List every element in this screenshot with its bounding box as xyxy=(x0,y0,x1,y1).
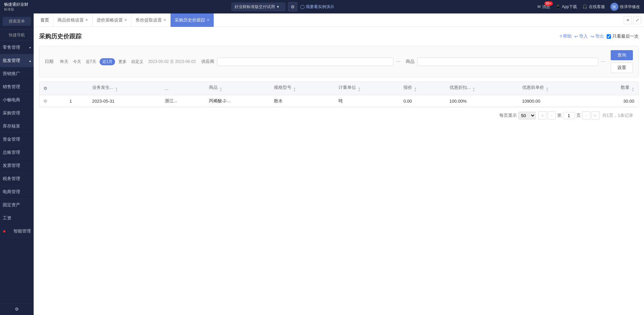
only-last-checkbox[interactable] xyxy=(607,34,611,39)
date-custom-btn[interactable]: 自定义 xyxy=(130,58,145,65)
messages-btn[interactable]: ✉ 消息 99+ xyxy=(537,4,550,10)
tab-price[interactable]: 商品价格设置 ✕ xyxy=(53,13,93,27)
online-service-btn[interactable]: 🎧 在线客服 xyxy=(582,4,605,10)
export-label: 导出 xyxy=(595,33,604,39)
tab-home[interactable]: 首页 xyxy=(36,13,53,27)
sidebar-item-ecommerce-small[interactable]: 小畅电商 xyxy=(0,94,34,107)
col-quote[interactable]: 报价 ▲▼ xyxy=(399,82,445,95)
sidebar-item-tax[interactable]: 税务管理 xyxy=(0,172,34,185)
col-biz-date[interactable]: 业务发生... ▲▼ xyxy=(88,82,161,95)
export-link[interactable]: ↪ 导出 xyxy=(591,33,604,39)
date-yesterday-btn[interactable]: 昨天 xyxy=(59,58,70,65)
col-product[interactable]: 商品 ▲▼ xyxy=(205,82,270,95)
top-bar-right: ✉ 消息 99+ 📱 App下载 🎧 在线客服 徐 徐泽华修改 xyxy=(537,3,640,11)
date-today-btn[interactable]: 今天 xyxy=(72,58,82,65)
row-discount: 100.00% xyxy=(445,95,518,107)
tab-purchase-strategy-close[interactable]: ✕ xyxy=(124,18,127,22)
sidebar-item-fixed-assets[interactable]: 固定资产 xyxy=(0,199,34,212)
sidebar-item-quicknav[interactable]: 快捷导航 xyxy=(0,30,34,41)
next-page-button[interactable]: › xyxy=(582,111,590,119)
tab-price-close[interactable]: ✕ xyxy=(85,18,88,22)
finance-label: 资金管理 xyxy=(3,136,20,142)
tab-maximize-button[interactable]: ⤢ xyxy=(633,16,641,24)
sidebar-settings-button[interactable]: ⚙ xyxy=(0,303,34,315)
product-input[interactable] xyxy=(417,58,598,66)
only-last-checkbox-label[interactable]: 只看最后一次 xyxy=(607,33,639,39)
col-quantity[interactable]: 数量 ▲▼ xyxy=(592,82,638,95)
sidebar-item-ecommerce[interactable]: 电商管理 xyxy=(0,185,34,199)
tab-history-price-close[interactable]: ✕ xyxy=(207,18,210,22)
row-settings[interactable]: ⚙ xyxy=(39,95,65,107)
sidebar-item-marketing[interactable]: 营销推广 xyxy=(0,67,34,80)
sidebar-item-general-ledger[interactable]: 总账管理 xyxy=(0,146,34,159)
import-label: 导入 xyxy=(579,33,588,39)
page-size-selector: 每页显示 50 100 200 xyxy=(499,112,536,119)
sidebar-item-retail[interactable]: 零售管理 ▾ xyxy=(0,41,34,54)
wholesale-label: 批发管理 xyxy=(3,58,20,64)
only-last-label: 只看最后一次 xyxy=(612,33,639,39)
app-subtitle: 标准版 xyxy=(4,7,28,11)
sidebar-item-inventory[interactable]: 库存核算 xyxy=(0,120,34,133)
per-page-select[interactable]: 50 100 200 xyxy=(518,112,536,119)
help-link[interactable]: ? 帮助 xyxy=(560,33,572,39)
chevron-down-icon: ▾ xyxy=(277,4,279,9)
sidebar-item-purchase[interactable]: 采购管理 xyxy=(0,107,34,120)
col-price-before-discount[interactable]: 优惠前单价 ▲▼ xyxy=(518,82,593,95)
tab-close-button[interactable]: ✕ xyxy=(624,16,632,24)
sidebar-item-sales[interactable]: 销售管理 xyxy=(0,80,34,94)
col-more[interactable]: ... xyxy=(161,82,205,95)
sort-icon: ▲▼ xyxy=(358,87,361,92)
col-spec[interactable]: 规格型号 ▲▼ xyxy=(270,82,335,95)
supplier-filter-group: 供应商 ··· xyxy=(201,58,401,66)
ecommerce-small-label: 小畅电商 xyxy=(3,97,20,103)
app-download-btn[interactable]: 📱 App下载 xyxy=(556,4,577,10)
page-title: 采购历史价跟踪 xyxy=(39,32,81,40)
sidebar-item-salary[interactable]: 工资 xyxy=(0,212,34,225)
prev-page-button[interactable]: ‹ xyxy=(548,111,556,119)
tab-bar: 首页 商品价格设置 ✕ 进价策略设置 ✕ 售价提取设置 ✕ 采购历史价跟踪 ✕ … xyxy=(34,13,644,27)
date-more-btn[interactable]: 更多 xyxy=(117,58,128,65)
date-last1month-btn[interactable]: 近1月 xyxy=(100,58,115,65)
ecommerce-label: 电商管理 xyxy=(3,189,20,195)
col-unit[interactable]: 计量单位 ▲▼ xyxy=(334,82,399,95)
page-number-input[interactable] xyxy=(563,112,575,119)
demo-label: 我要看实例演示 xyxy=(306,4,334,10)
search-menu-button[interactable]: 搜索菜单 xyxy=(3,17,31,26)
per-page-label: 每页显示 xyxy=(499,112,517,118)
import-link[interactable]: ↩ 导入 xyxy=(574,33,588,39)
sidebar-item-wholesale[interactable]: 批发管理 ▴ xyxy=(0,54,34,67)
sidebar-item-finance[interactable]: 资金管理 xyxy=(0,133,34,146)
sort-icon: ▲▼ xyxy=(546,87,548,92)
export-icon: ↪ xyxy=(591,34,594,39)
sort-icon: ▲▼ xyxy=(414,87,417,92)
tab-sale-price-close[interactable]: ✕ xyxy=(163,18,166,22)
sidebar-item-intelligent[interactable]: ● 智能管理 xyxy=(0,225,34,238)
version-select[interactable]: 好业财标准版交付试用 ▾ xyxy=(231,3,285,11)
sidebar-item-invoice[interactable]: 发票管理 xyxy=(0,159,34,172)
page-content: 采购历史价跟踪 ? 帮助 ↩ 导入 ↪ 导出 xyxy=(34,27,644,315)
last-page-button[interactable]: ⊳ xyxy=(592,111,600,119)
page-header: 采购历史价跟踪 ? 帮助 ↩ 导入 ↪ 导出 xyxy=(39,32,639,40)
sales-label: 销售管理 xyxy=(3,84,20,90)
filter-settings-button[interactable]: 设置 xyxy=(611,62,633,73)
supplier-dots[interactable]: ··· xyxy=(396,59,400,65)
col-discount[interactable]: 优惠折扣... ▲▼ xyxy=(445,82,518,95)
product-dots[interactable]: ··· xyxy=(601,59,605,65)
filter-action-buttons: 查询 设置 xyxy=(611,50,633,73)
demo-icon: ◯ xyxy=(300,4,305,9)
tab-purchase-strategy[interactable]: 进价策略设置 ✕ xyxy=(93,13,132,27)
page-navigation: ⊲ ‹ 第 页 › ⊳ xyxy=(538,111,600,119)
supplier-input[interactable] xyxy=(217,58,393,66)
date-range-display: 2023-05-02 至 2023-06-02 xyxy=(148,59,195,65)
page-header-actions: ? 帮助 ↩ 导入 ↪ 导出 只看最后一次 xyxy=(560,33,639,39)
tab-history-price[interactable]: 采购历史价跟踪 ✕ xyxy=(171,13,214,27)
first-page-button[interactable]: ⊲ xyxy=(538,111,546,119)
query-button[interactable]: 查询 xyxy=(611,50,633,60)
demo-link[interactable]: ◯ 我要看实例演示 xyxy=(300,4,334,10)
data-table-container: ⚙ 业务发生... ▲▼ ... 商品 ▲▼ 规格型号 ▲▼ xyxy=(39,81,639,107)
date-last7days-btn[interactable]: 近7天 xyxy=(84,58,98,65)
tab-sale-price[interactable]: 售价提取设置 ✕ xyxy=(132,13,171,27)
user-menu-btn[interactable]: 徐 徐泽华修改 xyxy=(610,3,640,11)
gear-button[interactable]: ⚙ xyxy=(288,2,297,11)
col-settings[interactable]: ⚙ xyxy=(39,82,65,95)
